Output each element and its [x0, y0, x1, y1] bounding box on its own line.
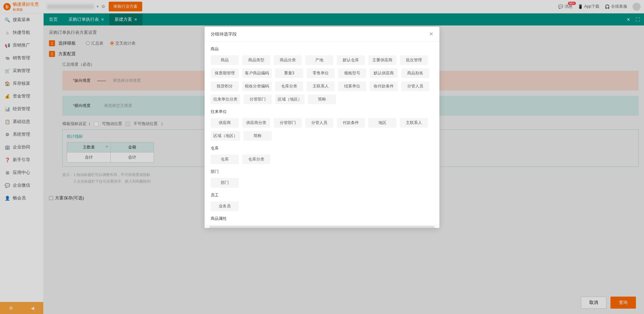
field-group-title: 往来单位 [211, 109, 433, 115]
field-group-4: 员工业务员 [211, 192, 433, 211]
field-group-5: 商品属性属性颜色多规格尺码鞋码1 [211, 216, 433, 225]
field-chip[interactable]: 供应商 [211, 118, 239, 128]
field-chip[interactable]: 规格型号 [338, 68, 366, 78]
field-chip[interactable]: 地区 [368, 118, 396, 128]
field-chip[interactable]: 主联系人 [400, 118, 428, 128]
field-chip[interactable]: 分管部门 [274, 118, 302, 128]
field-chip[interactable]: 重量3 [275, 68, 303, 78]
field-chip[interactable]: 区域（地区） [211, 131, 240, 141]
field-group-0: 商品商品商品类型商品分类产地默认仓库主要供应商批次管理保质期管理客户商品编码重量… [211, 46, 433, 104]
field-chip[interactable]: 分管人员 [305, 118, 333, 128]
field-chip[interactable]: 业务员 [211, 201, 239, 211]
modal-overlay: 分组待选字段 ✕ 商品商品商品类型商品分类产地默认仓库主要供应商批次管理保质期管… [0, 0, 644, 314]
field-chip[interactable]: 税收分类编码 [242, 81, 272, 91]
field-group-title: 员工 [211, 192, 433, 198]
field-chip[interactable]: 商品别名 [401, 68, 429, 78]
field-chip[interactable]: 拣货积分 [211, 81, 239, 91]
field-group-title: 商品 [211, 46, 433, 52]
field-chip[interactable]: 产地 [305, 55, 333, 65]
field-group-title: 商品属性 [211, 216, 433, 222]
field-chip[interactable]: 往来单位分类 [211, 95, 240, 104]
field-chip[interactable]: 商品分类 [274, 55, 302, 65]
field-chip[interactable]: 客户商品编码 [242, 68, 272, 78]
field-chip[interactable]: 仓库 [211, 154, 239, 164]
field-chip[interactable]: 商品类型 [242, 55, 270, 65]
field-chip[interactable]: 商品 [211, 55, 239, 65]
field-chip[interactable]: 默认仓库 [337, 55, 365, 65]
modal-horizontal-scrollbar[interactable] [205, 225, 439, 228]
field-chip[interactable]: 主要供应商 [368, 55, 396, 65]
field-group-1: 往来单位供应商供应商分类分管部门分管人员付款条件地区主联系人区域（地区）简称 [211, 109, 433, 141]
field-group-3: 部门部门 [211, 169, 433, 188]
field-group-2: 仓库仓库仓库分类 [211, 145, 433, 164]
modal-body[interactable]: 商品商品商品类型商品分类产地默认仓库主要供应商批次管理保质期管理客户商品编码重量… [205, 42, 439, 225]
field-selector-modal: 分组待选字段 ✕ 商品商品商品类型商品分类产地默认仓库主要供应商批次管理保质期管… [205, 27, 439, 228]
field-chip[interactable]: 区域（地区） [275, 95, 305, 104]
close-icon[interactable]: ✕ [429, 31, 433, 37]
field-chip[interactable]: 主联系人 [307, 81, 335, 91]
field-group-title: 部门 [211, 169, 433, 175]
modal-title: 分组待选字段 [211, 31, 237, 37]
field-chip[interactable]: 付款条件 [337, 118, 365, 128]
field-chip[interactable]: 仓库分类 [242, 154, 270, 164]
field-chip[interactable]: 部门 [211, 178, 239, 188]
field-chip[interactable]: 仓库分类 [275, 81, 303, 91]
field-chip[interactable]: 结算单位 [338, 81, 366, 91]
field-group-title: 仓库 [211, 145, 433, 151]
modal-header: 分组待选字段 ✕ [205, 27, 439, 42]
field-chip[interactable]: 零售单位 [307, 68, 335, 78]
field-chip[interactable]: 保质期管理 [211, 68, 239, 78]
field-chip[interactable]: 分管人员 [401, 81, 429, 91]
field-chip[interactable]: 收付款条件 [370, 81, 398, 91]
field-chip[interactable]: 批次管理 [400, 55, 428, 65]
field-chip[interactable]: 简称 [308, 95, 336, 104]
field-chip[interactable]: 简称 [244, 131, 272, 141]
field-chip[interactable]: 供应商分类 [242, 118, 270, 128]
field-chip[interactable]: 默认供应商 [370, 68, 398, 78]
field-chip[interactable]: 分管部门 [244, 95, 272, 104]
